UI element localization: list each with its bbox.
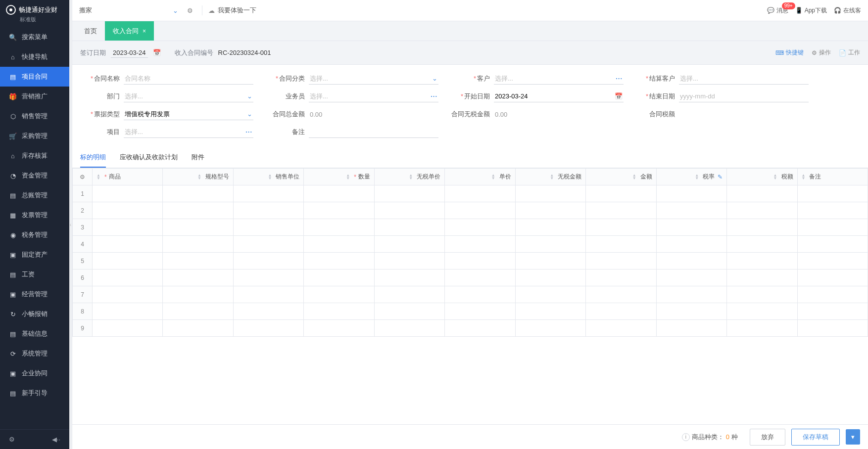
table-cell[interactable]	[515, 269, 585, 286]
table-cell[interactable]	[163, 320, 233, 337]
sort-icon[interactable]: ▲▼	[695, 174, 699, 180]
table-cell[interactable]	[586, 303, 656, 320]
table-row[interactable]: 7	[73, 286, 868, 303]
sidebar-item-6[interactable]: ⌂库存核算	[0, 146, 69, 166]
org-settings-icon[interactable]: ⚙	[184, 7, 196, 14]
sort-icon[interactable]: ▲▼	[346, 174, 350, 180]
table-cell[interactable]	[586, 269, 656, 286]
sidebar-item-4[interactable]: ⬡销售管理	[0, 106, 69, 126]
table-cell[interactable]	[445, 219, 515, 236]
table-cell[interactable]	[586, 185, 656, 202]
table-cell[interactable]	[233, 219, 303, 236]
table-settings-icon[interactable]: ⚙	[80, 174, 85, 180]
sidebar-item-18[interactable]: ▤新手引导	[0, 383, 69, 403]
column-header-6[interactable]: ▲▼无税金额	[515, 169, 585, 185]
table-cell[interactable]	[374, 236, 444, 253]
table-cell[interactable]	[163, 269, 233, 286]
sidebar-item-15[interactable]: ▤基础信息	[0, 324, 69, 344]
sort-icon[interactable]: ▲▼	[802, 174, 806, 180]
table-cell[interactable]	[163, 185, 233, 202]
table-cell[interactable]	[445, 320, 515, 337]
table-cell[interactable]	[797, 219, 868, 236]
table-cell[interactable]	[374, 269, 444, 286]
table-cell[interactable]	[233, 286, 303, 303]
table-row[interactable]: 3	[73, 219, 868, 236]
table-cell[interactable]	[93, 286, 163, 303]
table-cell[interactable]	[515, 185, 585, 202]
discard-button[interactable]: 放弃	[750, 429, 785, 446]
table-cell[interactable]	[93, 185, 163, 202]
table-cell[interactable]	[163, 303, 233, 320]
table-cell[interactable]	[727, 185, 797, 202]
table-cell[interactable]	[656, 320, 726, 337]
sort-icon[interactable]: ▲▼	[773, 174, 777, 180]
sidebar-item-11[interactable]: ▣固定资产	[0, 245, 69, 265]
table-cell[interactable]	[586, 286, 656, 303]
column-header-8[interactable]: ▲▼税率✎	[656, 169, 726, 185]
sidebar-item-2[interactable]: ▤项目合同	[0, 67, 69, 87]
work-link[interactable]: 📄工作	[839, 48, 860, 57]
sort-icon[interactable]: ▲▼	[491, 174, 495, 180]
table-cell[interactable]	[445, 253, 515, 269]
table-cell[interactable]	[727, 202, 797, 219]
sidebar-item-1[interactable]: ⌂快捷导航	[0, 47, 69, 67]
table-cell[interactable]	[445, 269, 515, 286]
table-cell[interactable]	[515, 236, 585, 253]
table-cell[interactable]	[93, 236, 163, 253]
sidebar-item-9[interactable]: ▦发票管理	[0, 205, 69, 225]
table-cell[interactable]	[163, 236, 233, 253]
table-cell[interactable]	[797, 202, 868, 219]
table-cell[interactable]	[797, 236, 868, 253]
sidebar-item-0[interactable]: 🔍搜索菜单	[0, 27, 69, 47]
table-cell[interactable]	[93, 269, 163, 286]
operate-link[interactable]: ⚙操作	[812, 48, 831, 57]
table-cell[interactable]	[797, 269, 868, 286]
table-cell[interactable]	[374, 219, 444, 236]
sidebar-item-12[interactable]: ▤工资	[0, 265, 69, 284]
table-cell[interactable]	[515, 202, 585, 219]
detail-tab-1[interactable]: 应收确认及收款计划	[120, 148, 178, 168]
end-date-input[interactable]	[679, 90, 809, 102]
table-cell[interactable]	[515, 253, 585, 269]
table-cell[interactable]	[797, 253, 868, 269]
tab-1[interactable]: 收入合同×	[105, 21, 154, 41]
sidebar-item-7[interactable]: ◔资金管理	[0, 166, 69, 185]
settle-customer-select[interactable]	[679, 73, 809, 85]
table-cell[interactable]	[304, 253, 374, 269]
table-cell[interactable]	[445, 236, 515, 253]
sidebar-item-8[interactable]: ▤总账管理	[0, 185, 69, 205]
table-cell[interactable]	[656, 202, 726, 219]
table-cell[interactable]	[727, 286, 797, 303]
remark-input[interactable]	[309, 126, 438, 138]
sidebar-item-16[interactable]: ⟳系统管理	[0, 344, 69, 363]
sort-icon[interactable]: ▲▼	[409, 174, 413, 180]
table-cell[interactable]	[163, 286, 233, 303]
column-header-2[interactable]: ▲▼销售单位	[233, 169, 303, 185]
table-cell[interactable]	[304, 219, 374, 236]
sidebar-item-3[interactable]: 🎁营销推广	[0, 87, 69, 106]
table-row[interactable]: 6	[73, 269, 868, 286]
table-cell[interactable]	[797, 303, 868, 320]
dept-select[interactable]: ⌄	[124, 90, 253, 102]
column-header-5[interactable]: ▲▼单价	[445, 169, 515, 185]
table-cell[interactable]	[374, 303, 444, 320]
sidebar-item-17[interactable]: ▣企业协同	[0, 363, 69, 383]
table-cell[interactable]	[374, 202, 444, 219]
column-header-4[interactable]: ▲▼无税单价	[374, 169, 444, 185]
sort-icon[interactable]: ▲▼	[96, 174, 100, 180]
table-cell[interactable]	[163, 202, 233, 219]
online-service-button[interactable]: 🎧 在线客	[834, 6, 861, 15]
table-cell[interactable]	[445, 286, 515, 303]
save-dropdown-button[interactable]: ▾	[846, 429, 860, 445]
table-cell[interactable]	[233, 269, 303, 286]
sort-icon[interactable]: ▲▼	[632, 174, 636, 180]
table-cell[interactable]	[727, 303, 797, 320]
sidebar-collapse-icon[interactable]: ◀··	[52, 436, 60, 443]
org-selector[interactable]: 搬家 ⌄	[79, 6, 178, 15]
sidebar-item-10[interactable]: ◉税务管理	[0, 225, 69, 245]
table-cell[interactable]	[727, 320, 797, 337]
sort-icon[interactable]: ▲▼	[550, 174, 554, 180]
table-row[interactable]: 9	[73, 320, 868, 337]
table-row[interactable]: 4	[73, 236, 868, 253]
invoice-type-select[interactable]: ⌄	[124, 108, 253, 120]
